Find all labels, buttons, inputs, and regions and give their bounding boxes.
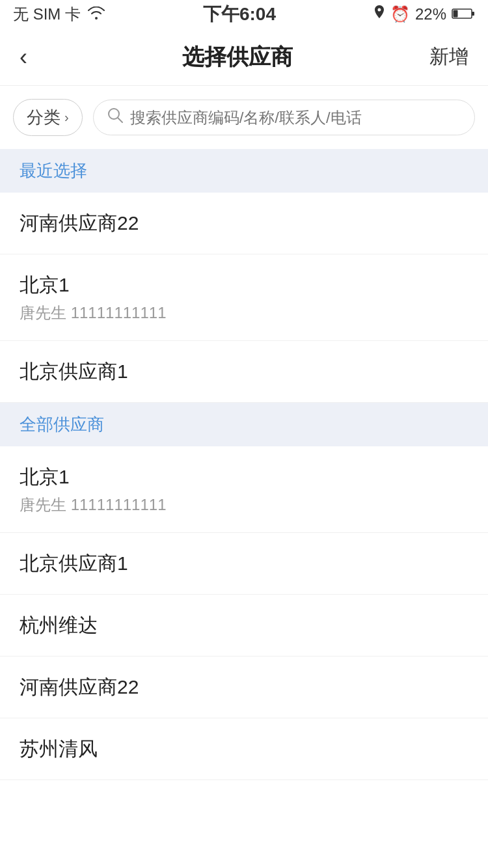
recent-section-header: 最近选择 <box>0 149 488 193</box>
status-bar: 无 SIM 卡 下午6:04 ⏰ 22% <box>0 0 488 29</box>
status-left: 无 SIM 卡 <box>13 4 105 25</box>
item-name: 河南供应商22 <box>20 210 468 237</box>
list-item[interactable]: 河南供应商22 <box>0 657 488 718</box>
item-name: 北京供应商1 <box>20 550 468 577</box>
wifi-icon <box>87 5 105 23</box>
item-name: 北京1 <box>20 271 468 299</box>
item-sub: 唐先生 11111111111 <box>20 495 468 515</box>
status-time: 下午6:04 <box>203 2 276 27</box>
all-items-list: 北京1 唐先生 11111111111 北京供应商1 杭州维达 河南供应商22 … <box>0 446 488 780</box>
sim-status: 无 SIM 卡 <box>13 4 81 25</box>
list-item[interactable]: 北京1 唐先生 11111111111 <box>0 446 488 533</box>
list-item[interactable]: 杭州维达 <box>0 595 488 657</box>
item-name: 杭州维达 <box>20 612 468 639</box>
item-name: 河南供应商22 <box>20 673 468 701</box>
recent-items-list: 河南供应商22 北京1 唐先生 11111111111 北京供应商1 <box>0 193 488 403</box>
back-button[interactable]: ‹ <box>20 44 59 71</box>
status-right: ⏰ 22% <box>373 5 475 23</box>
category-filter-button[interactable]: 分类 › <box>13 99 83 136</box>
filter-row: 分类 › <box>0 86 488 149</box>
list-item[interactable]: 北京1 唐先生 11111111111 <box>0 254 488 341</box>
search-box[interactable] <box>93 100 475 135</box>
search-icon <box>107 107 124 128</box>
item-name: 苏州清风 <box>20 735 468 763</box>
item-name: 北京1 <box>20 463 468 491</box>
list-item[interactable]: 苏州清风 <box>0 718 488 780</box>
list-item[interactable]: 北京供应商1 <box>0 533 488 595</box>
category-label: 分类 <box>27 106 61 129</box>
item-sub: 唐先生 11111111111 <box>20 303 468 323</box>
all-section-header: 全部供应商 <box>0 403 488 446</box>
nav-bar: ‹ 选择供应商 新增 <box>0 29 488 86</box>
category-chevron-icon: › <box>64 110 69 125</box>
battery-percent: 22% <box>415 5 446 23</box>
alarm-icon: ⏰ <box>390 5 410 23</box>
list-item[interactable]: 北京供应商1 <box>0 341 488 403</box>
all-section-label: 全部供应商 <box>20 414 104 434</box>
item-name: 北京供应商1 <box>20 358 468 385</box>
svg-line-4 <box>118 118 122 122</box>
search-input[interactable] <box>130 109 461 127</box>
page-title: 选择供应商 <box>59 42 416 72</box>
list-item[interactable]: 河南供应商22 <box>0 193 488 254</box>
battery-icon <box>452 5 475 23</box>
recent-section-label: 最近选择 <box>20 161 87 180</box>
svg-rect-2 <box>472 12 474 16</box>
svg-rect-1 <box>453 10 457 18</box>
location-icon <box>373 5 385 23</box>
new-supplier-button[interactable]: 新增 <box>416 44 468 70</box>
